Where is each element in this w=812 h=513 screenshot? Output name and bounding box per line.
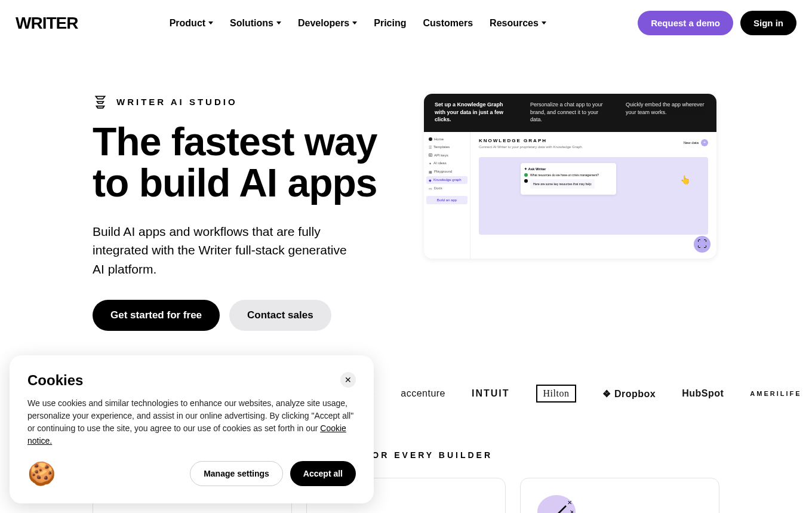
- tool-card[interactable]: ✕✕✕: [520, 478, 719, 513]
- nav-label: Resources: [490, 18, 539, 29]
- nav-developers[interactable]: Developers: [298, 18, 357, 29]
- close-icon[interactable]: ✕: [340, 372, 356, 388]
- kg-subtitle: Connect AI Writer to your proprietary da…: [479, 145, 708, 149]
- cursor-icon: 👆: [680, 175, 690, 185]
- hero-subtitle: Build AI apps and workflows that are ful…: [93, 222, 355, 279]
- nav-label: Pricing: [374, 18, 406, 29]
- demo-canvas: ✦ Ask Writer What resources do we have o…: [479, 157, 708, 235]
- demo-tab: Set up a Knowledge Graph with your data …: [435, 101, 515, 124]
- demo-tab: Quickly embed the app wherever your team…: [626, 101, 706, 124]
- page-title: The fastest way to build AI apps: [93, 121, 388, 204]
- sidebar-item: ⚿API keys: [426, 152, 467, 159]
- plus-icon: +: [701, 139, 708, 146]
- cookie-title: Cookies: [27, 372, 83, 389]
- ask-writer-popup: ✦ Ask Writer What resources do we have o…: [521, 163, 616, 195]
- studio-icon: [93, 94, 108, 109]
- logo[interactable]: WRITER: [16, 14, 78, 33]
- nav-customers[interactable]: Customers: [423, 18, 473, 29]
- hero: WRITER AI STUDIO The fastest way to buil…: [0, 46, 812, 355]
- cookie-text: We use cookies and similar technologies …: [27, 397, 356, 447]
- nav-pricing[interactable]: Pricing: [374, 18, 406, 29]
- logo-intuit: INTUIT: [472, 388, 510, 399]
- svg-text:✕: ✕: [570, 509, 573, 513]
- logo-dropbox: ❖ Dropbox: [602, 388, 656, 400]
- get-started-button[interactable]: Get started for free: [93, 300, 220, 331]
- hero-visual: Set up a Knowledge Graph with your data …: [424, 94, 719, 259]
- logo-hilton: Hilton: [536, 385, 577, 403]
- logo-amerilife: AMERILIFE: [750, 390, 801, 397]
- hero-ctas: Get started for free Contact sales: [93, 300, 388, 331]
- new-data-btn: New data +: [684, 139, 708, 146]
- build-app-btn: Build an app: [426, 196, 467, 204]
- sidebar-item: ☰Templates: [426, 143, 467, 151]
- svg-line-0: [553, 506, 566, 513]
- chevron-down-icon: [352, 21, 357, 24]
- nav-label: Developers: [298, 18, 349, 29]
- accept-all-button[interactable]: Accept all: [290, 461, 356, 486]
- demo-main: KNOWLEDGE GRAPH Connect AI Writer to you…: [470, 132, 716, 259]
- contact-sales-button[interactable]: Contact sales: [229, 300, 331, 331]
- manage-settings-button[interactable]: Manage settings: [190, 461, 283, 486]
- sidebar-item: ✦AI ideas: [426, 159, 467, 167]
- logo-hubspot: HubSpot: [682, 388, 724, 399]
- demo-tab: Personalize a chat app to your brand, an…: [530, 101, 610, 124]
- sidebar-item: ▭Docs: [426, 185, 467, 192]
- chevron-down-icon: [276, 21, 281, 24]
- hero-content: WRITER AI STUDIO The fastest way to buil…: [93, 94, 388, 331]
- main-nav: Product Solutions Developers Pricing Cus…: [170, 18, 546, 29]
- nav-product[interactable]: Product: [170, 18, 213, 29]
- nav-label: Solutions: [230, 18, 273, 29]
- sidebar-item-active: ◆Knowledge graph: [426, 176, 467, 184]
- svg-text:✕: ✕: [567, 499, 572, 506]
- popup-title: ✦ Ask Writer: [524, 167, 613, 171]
- sidebar-item: Home: [426, 136, 467, 143]
- demo-body: Home ☰Templates ⚿API keys ✦AI ideas ▦Pla…: [424, 132, 716, 259]
- logo-accenture: accenture: [401, 388, 445, 399]
- cookie-banner: Cookies ✕ We use cookies and similar tec…: [10, 355, 374, 503]
- header: WRITER Product Solutions Developers Pric…: [0, 0, 812, 46]
- nav-label: Customers: [423, 18, 473, 29]
- sign-in-button[interactable]: Sign in: [740, 11, 796, 35]
- demo-video[interactable]: Set up a Knowledge Graph with your data …: [424, 94, 716, 259]
- eyebrow: WRITER AI STUDIO: [93, 94, 388, 109]
- demo-tabs: Set up a Knowledge Graph with your data …: [424, 94, 716, 132]
- nav-resources[interactable]: Resources: [490, 18, 546, 29]
- nav-label: Product: [170, 18, 205, 29]
- wand-icon: ✕✕✕: [537, 495, 576, 513]
- chevron-down-icon: [208, 21, 213, 24]
- header-actions: Request a demo Sign in: [638, 11, 796, 35]
- expand-icon[interactable]: ⛶: [694, 236, 710, 253]
- demo-sidebar: Home ☰Templates ⚿API keys ✦AI ideas ▦Pla…: [424, 132, 470, 259]
- request-demo-button[interactable]: Request a demo: [638, 11, 733, 35]
- eyebrow-text: WRITER AI STUDIO: [116, 97, 238, 107]
- sidebar-item: ▦Playground: [426, 168, 467, 176]
- cookie-icon: 🍪: [27, 460, 56, 487]
- chevron-down-icon: [542, 21, 546, 24]
- kg-title: KNOWLEDGE GRAPH: [479, 138, 708, 143]
- nav-solutions[interactable]: Solutions: [230, 18, 281, 29]
